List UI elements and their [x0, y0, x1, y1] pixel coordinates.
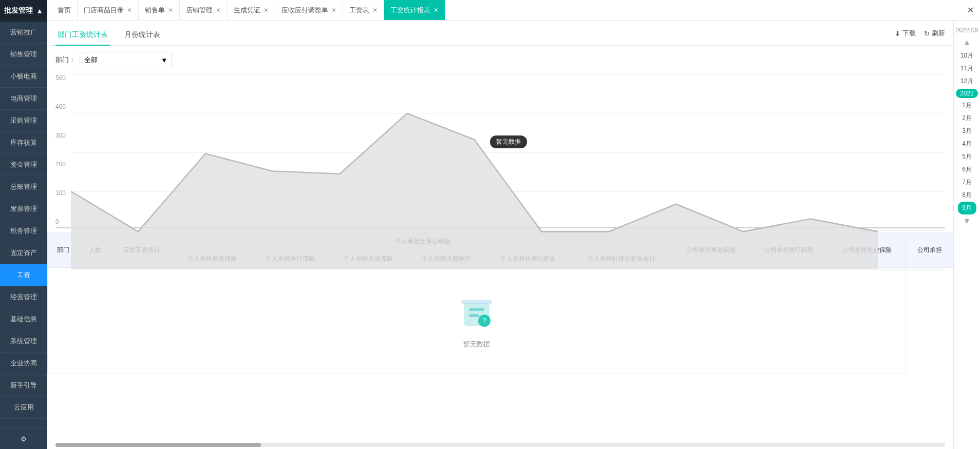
refresh-icon: ↻ — [924, 30, 930, 37]
sub-tab-dept-stats[interactable]: 部门工资统计表 — [55, 27, 110, 46]
sub-tabs: 部门工资统计表 月份统计表 ⬇ 下载 ↻ 刷新 — [47, 21, 953, 46]
tab-product-catalog[interactable]: 门店商品目录 ✕ — [78, 0, 139, 20]
sidebar-item-marketing[interactable]: 营销推广 — [0, 22, 47, 44]
timeline-up-arrow[interactable]: ▲ — [961, 36, 973, 49]
sidebar-item-guide[interactable]: 新手引导 — [0, 375, 47, 397]
svg-text:?: ? — [483, 317, 486, 324]
sidebar-item-invoice[interactable]: 发票管理 — [0, 198, 47, 220]
chart-svg — [71, 74, 945, 269]
tab-close-product-catalog[interactable]: ✕ — [127, 7, 132, 14]
sidebar-settings-button[interactable]: ⚙ — [0, 428, 47, 449]
timeline-month-11[interactable]: 11月 — [954, 62, 980, 75]
sidebar-header-text: 批发管理 — [4, 6, 33, 15]
timeline-panel: 2022.09 ▲ 10月 11月 12月 2022 1月 2月 3月 4月 5… — [953, 21, 980, 449]
tab-store-mgmt[interactable]: 店铺管理 ✕ — [180, 0, 228, 20]
sidebar-item-ecommerce[interactable]: 电商管理 — [0, 88, 47, 110]
sidebar-item-basic[interactable]: 基础信息 — [0, 308, 47, 330]
tab-close-store-mgmt[interactable]: ✕ — [216, 7, 221, 14]
table-scrollbar-thumb[interactable] — [55, 443, 261, 447]
timeline-month-2[interactable]: 2月 — [954, 112, 980, 125]
tab-salary-table[interactable]: 工资表 ✕ — [343, 0, 384, 20]
tab-voucher[interactable]: 生成凭证 ✕ — [228, 0, 275, 20]
sidebar-item-ledger[interactable]: 总账管理 — [0, 176, 47, 198]
empty-icon: ? — [456, 292, 497, 334]
sub-tab-month-stats[interactable]: 月份统计表 — [122, 27, 162, 46]
main-area: 首页 门店商品目录 ✕ 销售单 ✕ 店铺管理 ✕ 生成凭证 ✕ 应收应付调整单 … — [47, 0, 980, 449]
download-button[interactable]: ⬇ 下载 — [895, 29, 916, 38]
sidebar: 批发管理 ▲ 营销推广 销售管理 小畅电商 电商管理 采购管理 库存核算 资金管… — [0, 0, 47, 449]
svg-rect-9 — [469, 314, 479, 317]
timeline-month-5[interactable]: 5月 — [954, 150, 980, 163]
main-content: 部门工资统计表 月份统计表 ⬇ 下载 ↻ 刷新 — [47, 21, 953, 449]
chevron-down-icon: ▼ — [161, 56, 167, 64]
sidebar-item-tax[interactable]: 税务管理 — [0, 220, 47, 242]
timeline-month-3[interactable]: 3月 — [954, 125, 980, 138]
sidebar-item-finance[interactable]: 资金管理 — [0, 154, 47, 176]
tab-bar-actions: ✕ — [965, 3, 976, 17]
sidebar-item-salary[interactable]: 工资 — [0, 264, 47, 286]
dept-label: 部门： — [55, 55, 76, 65]
sidebar-item-inventory[interactable]: 库存核算 — [0, 132, 47, 154]
dept-select[interactable]: 全部 ▼ — [80, 52, 172, 68]
timeline-month-7[interactable]: 7月 — [954, 176, 980, 189]
sidebar-header[interactable]: 批发管理 ▲ — [0, 0, 47, 22]
tab-sales-order[interactable]: 销售单 ✕ — [139, 0, 180, 20]
empty-label: 暂无数据 — [463, 340, 490, 349]
tab-salary-report[interactable]: 工资统计报表 ✕ — [384, 0, 445, 20]
tab-close-sales-order[interactable]: ✕ — [168, 7, 173, 14]
sidebar-item-system[interactable]: 系统管理 — [0, 330, 47, 353]
timeline-month-12[interactable]: 12月 — [954, 75, 980, 88]
tab-close-receivable[interactable]: ✕ — [331, 7, 336, 14]
empty-state: ? 暂无数据 — [54, 272, 899, 369]
table-scrollbar[interactable] — [55, 443, 945, 447]
sidebar-item-purchase[interactable]: 采购管理 — [0, 110, 47, 132]
toolbar: 部门： 全部 ▼ — [47, 46, 953, 74]
timeline-month-6[interactable]: 6月 — [954, 163, 980, 176]
sidebar-item-sales[interactable]: 销售管理 — [0, 44, 47, 66]
chart-y-labels: 500 400 300 200 100 0 — [55, 74, 66, 227]
sidebar-item-enterprise[interactable]: 企业协同 — [0, 353, 47, 375]
chart-container: 500 400 300 200 100 0 — [55, 74, 945, 228]
table-empty-row: ? 暂无数据 — [48, 268, 906, 374]
sidebar-item-ecommerce-small[interactable]: 小畅电商 — [0, 66, 47, 88]
timeline-year-2022-label: 2022.09 — [954, 25, 980, 36]
timeline-month-4[interactable]: 4月 — [954, 138, 980, 150]
chart-area: 500 400 300 200 100 0 — [47, 74, 953, 228]
sidebar-item-cloud[interactable]: 云应用 — [0, 397, 47, 419]
sidebar-item-assets[interactable]: 固定资产 — [0, 242, 47, 264]
tab-bar-close-all[interactable]: ✕ — [965, 3, 976, 17]
timeline-month-10[interactable]: 10月 — [954, 49, 980, 62]
content-area: 部门工资统计表 月份统计表 ⬇ 下载 ↻ 刷新 — [47, 21, 980, 449]
download-icon: ⬇ — [895, 30, 900, 37]
tab-close-salary-report[interactable]: ✕ — [434, 7, 439, 14]
tab-home[interactable]: 首页 — [51, 0, 78, 20]
sidebar-collapse-icon[interactable]: ▲ — [36, 7, 43, 15]
tab-close-voucher[interactable]: ✕ — [263, 7, 269, 14]
refresh-button[interactable]: ↻ 刷新 — [924, 29, 945, 38]
svg-rect-8 — [469, 308, 484, 311]
svg-rect-12 — [461, 300, 492, 304]
tab-close-salary-table[interactable]: ✕ — [372, 7, 378, 14]
tab-receivable[interactable]: 应收应付调整单 ✕ — [275, 0, 343, 20]
sidebar-item-operations[interactable]: 经营管理 — [0, 286, 47, 308]
timeline-month-8[interactable]: 8月 — [954, 189, 980, 202]
timeline-down-arrow[interactable]: ▼ — [961, 214, 973, 228]
timeline-month-1[interactable]: 1月 — [954, 99, 980, 112]
toolbar-left: 部门： 全部 ▼ — [55, 52, 172, 68]
timeline-month-9[interactable]: 9月 — [958, 202, 976, 214]
timeline-year-badge: 2022 — [956, 89, 978, 98]
tab-bar: 首页 门店商品目录 ✕ 销售单 ✕ 店铺管理 ✕ 生成凭证 ✕ 应收应付调整单 … — [47, 0, 980, 21]
